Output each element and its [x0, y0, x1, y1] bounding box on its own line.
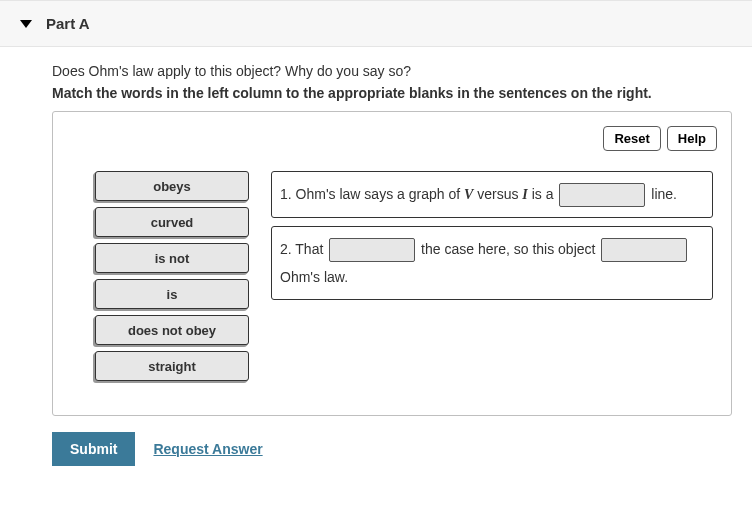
variable-v: V	[464, 187, 473, 202]
reset-button[interactable]: Reset	[603, 126, 660, 151]
sentence-column: 1. Ohm's law says a graph of V versus I …	[271, 171, 713, 300]
sent-text: 2. That	[280, 241, 327, 257]
word-tile[interactable]: is	[95, 279, 249, 309]
footer: Submit Request Answer	[52, 432, 732, 466]
question-text: Does Ohm's law apply to this object? Why…	[52, 63, 732, 79]
work-area: Reset Help obeys curved is not is does n…	[52, 111, 732, 416]
drag-zone: obeys curved is not is does not obey str…	[67, 171, 717, 381]
sent-text: the case here, so this object	[417, 241, 599, 257]
blank-slot[interactable]	[329, 238, 415, 262]
word-tile[interactable]: curved	[95, 207, 249, 237]
blank-slot[interactable]	[559, 183, 645, 207]
sentence-2: 2. That the case here, so this object Oh…	[271, 226, 713, 300]
help-button[interactable]: Help	[667, 126, 717, 151]
sent-text: is a	[528, 186, 558, 202]
word-tile[interactable]: straight	[95, 351, 249, 381]
sent-text: 1. Ohm's law says a graph of	[280, 186, 464, 202]
word-tile[interactable]: is not	[95, 243, 249, 273]
instruction-text: Match the words in the left column to th…	[52, 85, 732, 101]
sent-text: line.	[647, 186, 677, 202]
word-tile[interactable]: does not obey	[95, 315, 249, 345]
word-tile[interactable]: obeys	[95, 171, 249, 201]
request-answer-link[interactable]: Request Answer	[153, 441, 262, 457]
sent-text: versus	[473, 186, 522, 202]
word-column: obeys curved is not is does not obey str…	[95, 171, 249, 381]
toolbar: Reset Help	[67, 126, 717, 151]
collapse-icon	[20, 20, 32, 28]
content-area: Does Ohm's law apply to this object? Why…	[0, 47, 752, 484]
sentence-1: 1. Ohm's law says a graph of V versus I …	[271, 171, 713, 218]
sent-text: Ohm's law.	[280, 269, 348, 285]
blank-slot[interactable]	[601, 238, 687, 262]
part-label: Part A	[46, 15, 90, 32]
submit-button[interactable]: Submit	[52, 432, 135, 466]
part-header[interactable]: Part A	[0, 0, 752, 47]
